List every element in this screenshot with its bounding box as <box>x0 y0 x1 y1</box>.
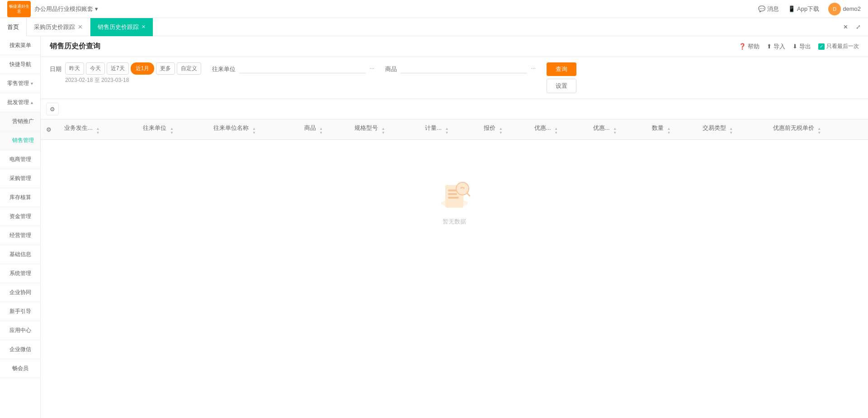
svg-point-7 <box>463 187 465 189</box>
topbar: 畅捷通好生意 办公用品行业模拟账套 ▾ 💬 消息 📱 App下载 D demo2 <box>0 0 868 18</box>
sidebar-sales-mgmt-label: 销售管理 <box>12 137 34 144</box>
sidebar-item-enterprise-collab[interactable]: 企业协同 <box>0 283 40 302</box>
maximize-button[interactable]: ⤢ <box>854 23 863 32</box>
help-icon: ❓ <box>739 43 746 50</box>
partner-input[interactable] <box>239 62 366 73</box>
sort-icon: ▲▼ <box>319 127 323 135</box>
tab-purchase-history-label: 采购历史价跟踪 <box>34 23 75 31</box>
sidebar-search-menu-label: 搜索菜单 <box>9 42 31 49</box>
tab-sales-history-label: 销售历史价跟踪 <box>98 23 139 31</box>
sidebar-item-beginner-guide[interactable]: 新手引导 <box>0 302 40 321</box>
sidebar-marketing-label: 营销推广 <box>12 118 34 125</box>
chevron-down-icon: ▾ <box>31 81 33 86</box>
col-pretax-price[interactable]: 优惠前无税单价 ▲▼ <box>768 119 868 140</box>
sidebar-item-vip-member[interactable]: 畅会员 <box>0 359 40 378</box>
date-btn-today[interactable]: 今天 <box>86 62 105 75</box>
sidebar-beginner-guide-label: 新手引导 <box>9 308 31 315</box>
chevron-down-icon: ▾ <box>95 5 98 12</box>
tab-purchase-history-close[interactable]: ✕ <box>78 24 83 30</box>
date-btn-1month[interactable]: 近1月 <box>131 62 155 75</box>
col-partner-name[interactable]: 往来单位名称 ▲▼ <box>208 119 298 140</box>
date-btn-more[interactable]: 更多 <box>156 62 175 75</box>
col-spec[interactable]: 规格型号 ▲▼ <box>349 119 420 140</box>
sort-icon: ▲▼ <box>170 127 174 135</box>
tab-end-buttons: ✕ ⤢ <box>841 23 868 32</box>
filter-action-buttons: 查询 设置 <box>547 62 576 93</box>
col-product[interactable]: 商品 ▲▼ <box>299 119 349 140</box>
empty-text: 暂无数据 <box>443 218 466 226</box>
app-name: 办公用品行业模拟账套 <box>34 5 93 13</box>
tab-sales-history[interactable]: 销售历史价跟踪 ✕ <box>90 18 153 36</box>
date-btn-yesterday[interactable]: 昨天 <box>65 62 84 75</box>
help-button[interactable]: ❓ 帮助 <box>739 43 760 51</box>
partner-filter-group: 往来单位 ··· <box>212 62 374 73</box>
app-download-button[interactable]: 📱 App下载 <box>788 5 819 13</box>
sidebar-wholesale-mgmt-label: 批发管理 <box>7 99 29 106</box>
product-filter-group: 商品 ··· <box>385 62 536 73</box>
logo-text: 畅捷通好生意 <box>7 4 31 14</box>
col-quote[interactable]: 报价 ▲▼ <box>478 119 529 140</box>
table-settings-icon[interactable]: ⚙ <box>46 103 59 115</box>
sidebar-item-wholesale-mgmt[interactable]: 批发管理 ▴ <box>0 93 40 112</box>
sidebar-finance-mgmt-label: 资金管理 <box>9 213 31 220</box>
date-btn-custom[interactable]: 自定义 <box>177 62 201 75</box>
sidebar-item-quick-nav[interactable]: 快捷导航 <box>0 55 40 74</box>
tab-purchase-history[interactable]: 采购历史价跟踪 ✕ <box>27 18 90 36</box>
table-toolbar: ⚙ <box>41 99 868 119</box>
user-menu[interactable]: D demo2 <box>828 3 861 15</box>
app-selector[interactable]: 办公用品行业模拟账套 ▾ <box>34 5 98 13</box>
sidebar-item-search-menu[interactable]: 搜索菜单 <box>0 36 40 55</box>
sort-icon: ▲▼ <box>445 127 449 135</box>
col-discount-amount[interactable]: 优惠... ▲▼ <box>588 119 646 140</box>
sidebar-app-center-label: 应用中心 <box>9 327 31 334</box>
col-trade-type[interactable]: 交易类型 ▲▼ <box>697 119 768 140</box>
tab-home[interactable]: 首页 <box>0 18 27 36</box>
sidebar-item-retail-mgmt[interactable]: 零售管理 ▾ <box>0 74 40 93</box>
import-button[interactable]: ⬆ 导入 <box>767 43 785 51</box>
product-more-dots[interactable]: ··· <box>531 65 536 71</box>
tab-sales-history-close[interactable]: ✕ <box>142 24 146 30</box>
sidebar: 搜索菜单 快捷导航 零售管理 ▾ 批发管理 ▴ 营销推广 销售管理 电商管理 采… <box>0 36 41 418</box>
product-input[interactable] <box>401 62 527 73</box>
sidebar-purchase-mgmt-label: 采购管理 <box>9 175 31 182</box>
sidebar-item-finance-mgmt[interactable]: 资金管理 <box>0 207 40 226</box>
only-last-checkbox-label[interactable]: 只看最后一次 <box>818 43 859 50</box>
sidebar-vip-member-label: 畅会员 <box>12 365 28 372</box>
sidebar-item-app-center[interactable]: 应用中心 <box>0 321 40 340</box>
date-filter-group: 日期 昨天 今天 近7天 近1月 更多 自定义 2023-02-18 至 202… <box>50 62 201 84</box>
sidebar-item-ops-mgmt[interactable]: 经营管理 <box>0 226 40 245</box>
sidebar-item-enterprise-wechat[interactable]: 企业微信 <box>0 340 40 359</box>
settings-button[interactable]: 设置 <box>547 79 576 93</box>
query-button[interactable]: 查询 <box>547 62 576 76</box>
tab-home-label: 首页 <box>7 23 19 31</box>
close-tab-button[interactable]: ✕ <box>841 23 850 32</box>
sidebar-item-sales-mgmt[interactable]: 销售管理 <box>0 131 40 150</box>
col-biz-date[interactable]: 业务发生... ▲▼ <box>59 119 137 140</box>
message-button[interactable]: 💬 消息 <box>758 5 779 13</box>
sort-icon: ▲▼ <box>499 127 503 135</box>
sidebar-item-ecommerce-mgmt[interactable]: 电商管理 <box>0 150 40 169</box>
only-last-checkbox[interactable] <box>818 43 825 50</box>
product-input-group: ··· <box>401 62 536 73</box>
filter-area: 日期 昨天 今天 近7天 近1月 更多 自定义 2023-02-18 至 202… <box>41 57 868 99</box>
sidebar-item-basic-info[interactable]: 基础信息 <box>0 245 40 264</box>
tabbar: 首页 采购历史价跟踪 ✕ 销售历史价跟踪 ✕ ✕ ⤢ <box>0 18 868 36</box>
sidebar-item-marketing[interactable]: 营销推广 <box>0 112 40 131</box>
sidebar-item-purchase-mgmt[interactable]: 采购管理 <box>0 169 40 188</box>
svg-point-6 <box>461 187 462 189</box>
sidebar-item-inventory[interactable]: 库存核算 <box>0 188 40 207</box>
logo: 畅捷通好生意 <box>7 1 31 17</box>
date-btn-7days[interactable]: 近7天 <box>107 62 129 75</box>
col-partner-code[interactable]: 往来单位 ▲▼ <box>137 119 208 140</box>
sidebar-item-sys-mgmt[interactable]: 系统管理 <box>0 264 40 283</box>
sort-icon: ▲▼ <box>252 127 256 135</box>
sort-icon: ▲▼ <box>817 127 821 135</box>
page-title: 销售历史价查询 <box>50 42 100 57</box>
partner-more-dots[interactable]: ··· <box>369 65 374 71</box>
col-discount-rate[interactable]: 优惠... ▲▼ <box>529 119 588 140</box>
sort-icon: ▲▼ <box>554 127 558 135</box>
topbar-right: 💬 消息 📱 App下载 D demo2 <box>758 3 861 15</box>
export-button[interactable]: ⬇ 导出 <box>793 43 811 51</box>
col-unit[interactable]: 计量... ▲▼ <box>420 119 478 140</box>
col-quantity[interactable]: 数量 ▲▼ <box>646 119 697 140</box>
